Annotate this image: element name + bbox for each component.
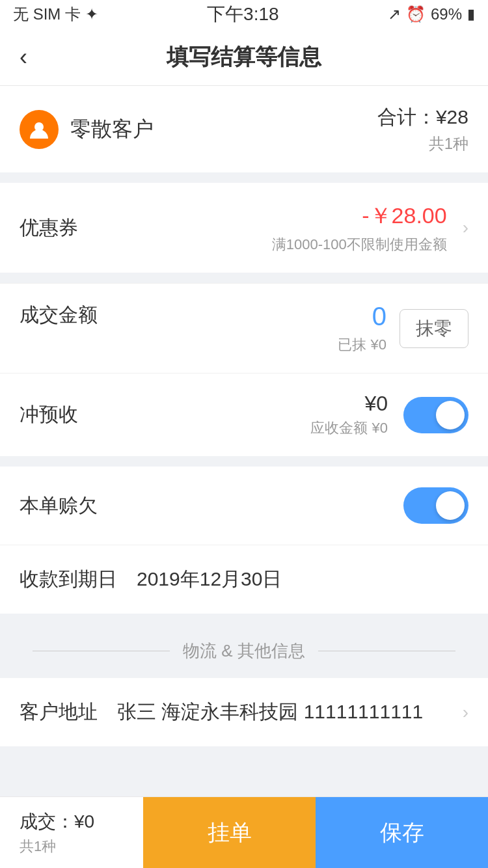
status-left: 无 SIM 卡 ✦ [13,4,98,25]
avatar [20,110,59,149]
chevron-icon: › [463,217,468,238]
address-label: 客户地址 [20,699,98,726]
prepay-sub: 应收金额 ¥0 [310,418,388,438]
back-button[interactable]: ‹ [20,44,27,71]
address-value: 张三 海淀永丰科技园 11111111111 [117,699,457,726]
debt-toggle[interactable] [403,487,468,524]
amount-label: 成交金额 [20,302,98,329]
customer-total: 合计：¥28 共1种 [377,104,468,154]
total-label: 合计：¥28 [377,104,468,131]
total-count: 共1种 [377,133,468,154]
amount-input[interactable] [321,302,386,331]
duedate-label: 收款到期日 [20,566,117,593]
save-button[interactable]: 保存 [316,797,488,869]
location-icon: ↗ [388,5,401,23]
no-sim-label: 无 SIM 卡 ✦ [13,4,98,25]
prepay-value-area: ¥0 应收金额 ¥0 [310,392,388,438]
duedate-value: 2019年12月30日 [137,566,282,593]
debt-row: 本单赊欠 [0,467,488,545]
battery-label: 69% [431,5,462,23]
status-right: ↗ ⏰ 69% ▮ [388,5,475,23]
debt-label: 本单赊欠 [20,493,98,519]
battery-icon: ▮ [467,6,475,23]
customer-left: 零散客户 [20,110,154,149]
coupon-desc: 满1000-100不限制使用金额 [272,235,447,254]
coupon-discount: -￥28.00 [272,201,447,231]
hang-order-button[interactable]: 挂单 [143,797,316,869]
round-button[interactable]: 抹零 [400,309,468,348]
amount-prepay-card: 成交金额 已抹 ¥0 抹零 冲预收 ¥0 应收金额 ¥0 [0,283,488,456]
coupon-right: -￥28.00 满1000-100不限制使用金额 [272,201,447,254]
amount-right-wrap: 已抹 ¥0 抹零 [321,302,468,355]
prepay-toggle[interactable] [403,397,468,433]
logistics-label: 物流 & 其他信息 [183,640,305,662]
coupon-row[interactable]: 优惠券 -￥28.00 满1000-100不限制使用金额 › [0,183,488,273]
address-chevron-icon: › [463,702,468,723]
address-row[interactable]: 客户地址 张三 海淀永丰科技园 11111111111 › [0,678,488,746]
duedate-row: 收款到期日 2019年12月30日 [0,545,488,614]
prepay-row: 冲预收 ¥0 应收金额 ¥0 [0,373,488,456]
debt-card: 本单赊欠 收款到期日 2019年12月30日 [0,467,488,614]
prepay-label: 冲预收 [20,401,78,428]
alarm-icon: ⏰ [406,5,426,23]
amount-sub: 已抹 ¥0 [321,335,386,355]
status-bar: 无 SIM 卡 ✦ 下午3:18 ↗ ⏰ 69% ▮ [0,0,488,29]
status-time: 下午3:18 [207,2,279,27]
content: 零散客户 合计：¥28 共1种 优惠券 -￥28.00 满1000-100不限制… [0,86,488,835]
coupon-value-area: -￥28.00 满1000-100不限制使用金额 › [272,201,468,254]
page-title: 填写结算等信息 [167,42,321,72]
bottom-deal-label: 成交： [20,811,74,832]
bottom-deal-amount: 成交：¥0 [20,809,124,834]
prepay-main: ¥0 [310,392,388,416]
bottom-deal-value: ¥0 [74,811,94,832]
address-card[interactable]: 客户地址 张三 海淀永丰科技园 11111111111 › [0,678,488,746]
customer-row: 零散客户 合计：¥28 共1种 [0,86,488,172]
customer-card: 零散客户 合计：¥28 共1种 [0,86,488,172]
bottom-info: 成交：¥0 共1种 [0,809,143,856]
amount-row: 成交金额 已抹 ¥0 抹零 [0,283,488,373]
logistics-header: 物流 & 其他信息 [0,624,488,678]
bottom-bar: 成交：¥0 共1种 挂单 保存 [0,796,488,868]
coupon-label: 优惠券 [20,215,78,241]
amount-text-group: 已抹 ¥0 [321,302,386,355]
nav-bar: ‹ 填写结算等信息 [0,29,488,86]
bottom-count: 共1种 [20,837,124,856]
customer-name: 零散客户 [70,115,154,144]
coupon-card[interactable]: 优惠券 -￥28.00 满1000-100不限制使用金额 › [0,183,488,273]
